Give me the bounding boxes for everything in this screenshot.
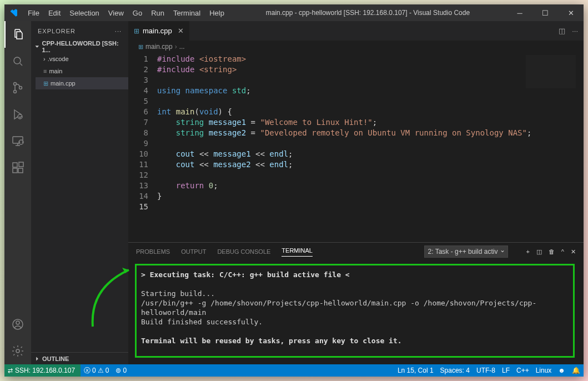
problems-status[interactable]: ⓧ0 ⚠0 — [81, 366, 112, 375]
new-terminal-icon[interactable]: + — [526, 248, 529, 255]
source-control-icon[interactable] — [4, 74, 31, 101]
sidebar-header: EXPLORER ··· — [31, 21, 128, 41]
terminal-output[interactable]: > Executing task: C/C++: g++ build activ… — [135, 264, 575, 358]
svg-point-3 — [19, 87, 22, 89]
line-gutter: 123456789101112131415 — [128, 53, 157, 242]
cursor-position[interactable]: Ln 15, Col 1 — [394, 367, 437, 374]
split-editor-icon[interactable]: ◫ — [559, 27, 565, 35]
vscode-window: FileEditSelectionViewGoRunTerminalHelp m… — [4, 4, 584, 377]
status-bar: ⇄ SSH: 192.168.0.107 ⓧ0 ⚠0 ⊚0 Ln 15, Col… — [4, 364, 584, 377]
outline-section-header[interactable]: OUTLINE — [31, 352, 128, 364]
radio-icon: ⊚ — [115, 367, 121, 374]
panel-tabs: PROBLEMSOUTPUTDEBUG CONSOLETERMINAL2: Ta… — [128, 243, 584, 260]
project-section-header[interactable]: CPP-HELLOWORLD [SSH: 1... — [31, 41, 128, 53]
svg-point-1 — [14, 83, 17, 86]
notifications-icon[interactable]: 🔔 — [569, 367, 584, 374]
language-status[interactable]: C++ — [513, 367, 532, 374]
extensions-icon[interactable] — [4, 154, 31, 181]
menu-edit[interactable]: Edit — [44, 6, 65, 21]
tab-label: main.cpp — [143, 27, 172, 35]
error-icon: ⓧ — [84, 366, 91, 375]
sidebar-title: EXPLORER — [38, 28, 76, 34]
cpp-file-icon: ⊞ — [138, 43, 143, 51]
svg-rect-9 — [18, 168, 23, 173]
editor-more-icon[interactable]: ··· — [572, 27, 578, 35]
settings-icon[interactable] — [4, 338, 31, 364]
cpp-file-icon: ⊞ — [134, 27, 139, 35]
indent-status[interactable]: Spaces: 4 — [437, 367, 473, 374]
sidebar-more-icon[interactable]: ··· — [115, 28, 122, 34]
window-title: main.cpp - cpp-helloworld [SSH: 192.168.… — [229, 9, 507, 17]
menu-file[interactable]: File — [23, 6, 44, 21]
remote-indicator[interactable]: ⇄ SSH: 192.168.0.107 — [4, 364, 81, 377]
svg-point-2 — [14, 91, 17, 93]
breadcrumb-more[interactable]: ... — [179, 43, 185, 51]
eol-status[interactable]: LF — [499, 367, 513, 374]
code-editor[interactable]: 123456789101112131415 #include <iostream… — [128, 53, 584, 242]
window-controls: ─ ☐ ✕ — [507, 4, 584, 21]
close-button[interactable]: ✕ — [558, 4, 584, 21]
tree-item-main-cpp[interactable]: ⊞main.cpp — [36, 77, 128, 89]
panel-tab-output[interactable]: OUTPUT — [181, 248, 206, 255]
search-icon[interactable] — [4, 48, 31, 74]
split-terminal-icon[interactable]: ◫ — [536, 248, 542, 255]
code-content[interactable]: #include <iostream>#include <string> usi… — [157, 53, 584, 242]
os-status[interactable]: Linux — [532, 367, 555, 374]
activity-bar — [4, 21, 31, 364]
explorer-icon[interactable] — [4, 21, 31, 48]
panel-up-icon[interactable]: ^ — [561, 248, 564, 255]
panel-tab-debug-console[interactable]: DEBUG CONSOLE — [217, 248, 270, 255]
run-debug-icon[interactable] — [4, 101, 31, 128]
maximize-button[interactable]: ☐ — [532, 4, 558, 21]
menu-terminal[interactable]: Terminal — [169, 6, 205, 21]
menu-view[interactable]: View — [104, 6, 128, 21]
remote-label: SSH: 192.168.0.107 — [15, 367, 75, 374]
main-area: ⊞ main.cpp ✕ ◫ ··· ⊞ main.cpp › ... 1234… — [128, 21, 584, 364]
svg-rect-7 — [13, 163, 17, 167]
svg-point-13 — [16, 349, 19, 353]
kill-terminal-icon[interactable]: 🗑 — [549, 248, 555, 255]
sidebar: EXPLORER ··· CPP-HELLOWORLD [SSH: 1... ›… — [31, 21, 128, 364]
tree-item--vscode[interactable]: ›.vscode — [36, 53, 128, 65]
menu-help[interactable]: Help — [205, 6, 229, 21]
svg-rect-10 — [19, 162, 23, 167]
warning-icon: ⚠ — [98, 367, 104, 374]
terminal-selector[interactable]: 2: Task - g++ build activ — [424, 245, 509, 258]
remote-explorer-icon[interactable] — [4, 128, 31, 154]
titlebar: FileEditSelectionViewGoRunTerminalHelp m… — [4, 4, 584, 21]
breadcrumb[interactable]: ⊞ main.cpp › ... — [128, 41, 584, 53]
menu-run[interactable]: Run — [147, 6, 169, 21]
svg-point-0 — [14, 57, 21, 64]
menu-bar: FileEditSelectionViewGoRunTerminalHelp — [23, 6, 229, 21]
file-tree: ›.vscode≡main⊞main.cpp — [31, 53, 128, 89]
encoding-status[interactable]: UTF-8 — [473, 367, 499, 374]
minimap[interactable] — [526, 55, 576, 88]
panel-close-icon[interactable]: ✕ — [571, 248, 576, 255]
project-name: CPP-HELLOWORLD [SSH: 1... — [42, 40, 126, 53]
tab-main-cpp[interactable]: ⊞ main.cpp ✕ — [128, 21, 189, 41]
panel-tab-problems[interactable]: PROBLEMS — [136, 248, 170, 255]
ports-status[interactable]: ⊚0 — [112, 367, 130, 374]
minimize-button[interactable]: ─ — [507, 4, 532, 21]
panel-tab-terminal[interactable]: TERMINAL — [282, 247, 313, 257]
bottom-panel: PROBLEMSOUTPUTDEBUG CONSOLETERMINAL2: Ta… — [128, 242, 584, 364]
outline-label: OUTLINE — [42, 355, 69, 362]
accounts-icon[interactable] — [4, 311, 31, 338]
menu-go[interactable]: Go — [128, 6, 147, 21]
breadcrumb-file[interactable]: main.cpp — [145, 43, 173, 51]
tab-close-icon[interactable]: ✕ — [178, 27, 184, 35]
vscode-logo-icon — [4, 8, 23, 17]
feedback-icon[interactable]: ☻ — [555, 367, 569, 374]
svg-point-12 — [16, 321, 19, 324]
menu-selection[interactable]: Selection — [65, 6, 103, 21]
remote-icon: ⇄ — [8, 367, 13, 374]
editor-tabs: ⊞ main.cpp ✕ ◫ ··· — [128, 21, 584, 41]
tree-item-main[interactable]: ≡main — [36, 65, 128, 77]
svg-rect-8 — [13, 168, 17, 173]
